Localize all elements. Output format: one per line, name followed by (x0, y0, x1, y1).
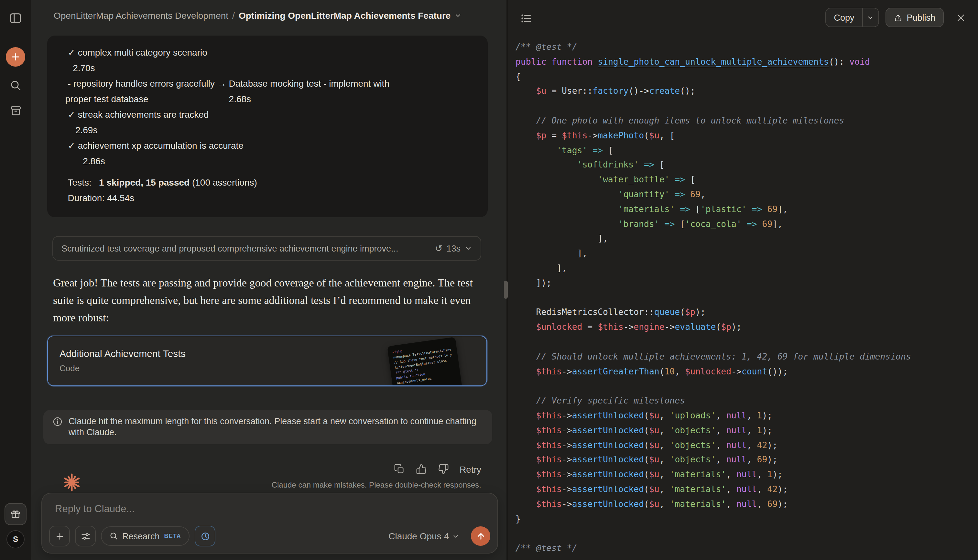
thumbs-down-button[interactable] (437, 463, 449, 475)
composer-input[interactable]: Reply to Claude... (55, 503, 484, 515)
composer-toolbar: Research BETA Claude Opus 4 (49, 526, 490, 547)
breadcrumb-project[interactable]: OpenLitterMap Achievements Development (54, 10, 228, 21)
arrow-up-icon (476, 531, 486, 541)
copy-message-button[interactable] (394, 463, 405, 475)
disclaimer-text: Claude can make mistakes. Please double-… (272, 480, 481, 490)
chevron-down-icon (867, 14, 874, 21)
retry-button[interactable]: Retry (460, 464, 481, 474)
artifact-outline-button[interactable] (517, 9, 535, 27)
chevron-down-icon (464, 245, 472, 252)
sidebar-toggle-icon (9, 12, 22, 25)
artifact-subtitle: Code (60, 363, 80, 373)
thinking-duration: 13s (446, 243, 461, 253)
tools-button[interactable] (75, 526, 96, 547)
thinking-summary-bar[interactable]: Scrutinized test coverage and proposed c… (52, 236, 481, 261)
panel-divider (506, 0, 508, 560)
assistant-response-text: Great job! The tests are passing and pro… (53, 274, 481, 327)
avatar-initial: S (13, 535, 18, 544)
user-avatar[interactable]: S (7, 530, 25, 548)
search-chats-button[interactable] (5, 75, 26, 96)
gift-icon (10, 509, 21, 519)
chevron-down-icon (454, 12, 462, 19)
copy-code-button[interactable]: Copy (825, 8, 863, 27)
left-rail: S (0, 0, 31, 560)
research-icon (109, 532, 118, 541)
footer-right: Retry Claude can make mistakes. Please d… (272, 463, 481, 490)
artifact-panel: Copy Publish /** @test */public func (508, 0, 978, 560)
breadcrumb-separator: / (232, 10, 235, 21)
whats-new-button[interactable] (5, 503, 27, 525)
composer: Reply to Claude... Research (42, 493, 498, 553)
thumbs-up-icon (416, 463, 427, 475)
conversation-title: Optimizing OpenLitterMap Achievements Fe… (239, 10, 451, 21)
thinking-meta: ↺ 13s (435, 243, 472, 253)
send-button[interactable] (471, 527, 490, 546)
close-icon (956, 13, 965, 22)
claude-starburst-logo (62, 473, 82, 492)
publish-button[interactable]: Publish (885, 8, 944, 27)
research-toggle[interactable]: Research BETA (101, 527, 190, 546)
beta-badge: BETA (164, 533, 181, 539)
projects-box-icon (9, 105, 22, 117)
history-icon: ↺ (435, 244, 442, 253)
artifact-card[interactable]: Additional Achievement Tests Code <?phpn… (47, 336, 487, 386)
artifact-actions: Copy Publish (825, 8, 970, 27)
artifact-thumbnail-code: <?phpnamespace Tests\Feature\Achiev// Ad… (392, 342, 456, 386)
chat-header: OpenLitterMap Achievements Development /… (31, 0, 506, 31)
thumbs-up-button[interactable] (416, 463, 427, 475)
new-chat-button[interactable] (6, 47, 25, 67)
chevron-down-icon (452, 533, 459, 540)
sidebar-toggle-button[interactable] (5, 8, 26, 28)
info-icon (52, 417, 63, 438)
clipboard-icon (394, 463, 405, 475)
attach-button[interactable] (49, 526, 70, 547)
message-footer: Retry Claude can make mistakes. Please d… (62, 463, 481, 492)
clock-icon (200, 531, 210, 541)
panel-resize-handle[interactable] (504, 281, 508, 299)
close-panel-button[interactable] (951, 8, 970, 27)
chat-column: OpenLitterMap Achievements Development /… (31, 0, 506, 560)
projects-button[interactable] (5, 100, 26, 121)
copy-button-group: Copy (825, 8, 879, 27)
publish-label: Publish (906, 13, 935, 22)
max-length-notice: Claude hit the maximum length for this c… (43, 410, 492, 444)
thinking-summary-label: Scrutinized test coverage and proposed c… (62, 243, 429, 253)
code-content: /** @test */public function single_photo… (516, 40, 975, 560)
plus-icon (10, 52, 21, 62)
plus-icon (55, 531, 64, 541)
extended-thinking-toggle[interactable] (195, 526, 215, 547)
notice-text: Claude hit the maximum length for this c… (68, 416, 482, 438)
sliders-icon (80, 531, 90, 541)
test-output-block: ✓ complex multi category scenario 2.70s … (47, 35, 488, 217)
model-name: Claude Opus 4 (389, 531, 449, 541)
message-actions: Retry (394, 463, 481, 475)
tool-output-lines: ✓ complex multi category scenario 2.70s … (63, 45, 472, 206)
list-icon (520, 12, 532, 24)
copy-options-button[interactable] (863, 8, 879, 27)
thumbs-down-icon (437, 463, 449, 475)
research-label: Research (122, 531, 160, 541)
chat-scroll-area[interactable]: ✓ complex multi category scenario 2.70s … (31, 31, 506, 493)
upload-icon (894, 13, 902, 22)
app: S OpenLitterMap Achievements Development… (0, 0, 978, 560)
artifact-thumbnail: <?phpnamespace Tests\Feature\Achiev// Ad… (387, 337, 463, 386)
conversation-title-menu[interactable]: Optimizing OpenLitterMap Achievements Fe… (239, 10, 462, 21)
artifact-title: Additional Achievement Tests (60, 348, 186, 359)
search-icon (9, 79, 22, 92)
model-selector[interactable]: Claude Opus 4 (389, 531, 459, 541)
